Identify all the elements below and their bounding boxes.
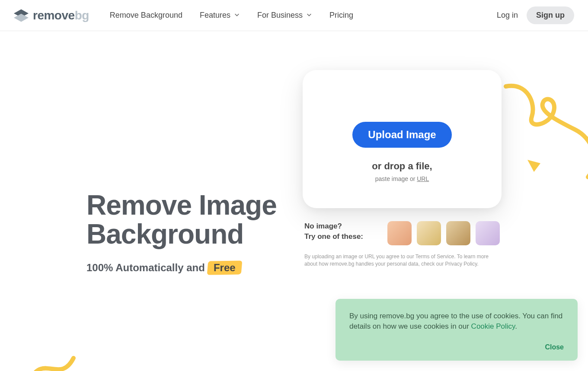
nav-features-label: Features bbox=[200, 11, 230, 20]
no-image-prompt: No image? Try one of these: bbox=[304, 221, 363, 242]
hero-text: Remove Image Background 100% Automatical… bbox=[86, 113, 303, 275]
title-line2: Background bbox=[86, 219, 243, 250]
title-line1: Remove Image bbox=[86, 190, 277, 221]
brand-logo[interactable]: removebg bbox=[14, 9, 89, 22]
auth-area: Log in Sign up bbox=[497, 6, 574, 24]
hero-section: Remove Image Background 100% Automatical… bbox=[0, 113, 588, 275]
hero-upload: Upload Image or drop a file, paste image… bbox=[303, 113, 502, 275]
paste-hint: paste image or URL bbox=[320, 175, 484, 182]
cookie-banner: By using remove.bg you agree to the use … bbox=[336, 299, 578, 361]
decorative-squiggle-bottom bbox=[26, 349, 78, 371]
nav-pricing[interactable]: Pricing bbox=[329, 11, 353, 20]
nav-for-business[interactable]: For Business bbox=[257, 11, 312, 20]
noimage-line2: Try one of these: bbox=[304, 232, 363, 241]
upload-card[interactable]: Upload Image or drop a file, paste image… bbox=[303, 70, 502, 208]
free-badge: Free bbox=[208, 261, 242, 275]
page-title: Remove Image Background bbox=[86, 191, 303, 249]
noimage-line1: No image? bbox=[304, 222, 342, 230]
hero-subhead: 100% Automatically and Free bbox=[86, 261, 303, 275]
paste-url-link[interactable]: URL bbox=[417, 175, 429, 182]
cookie-close-button[interactable]: Close bbox=[545, 343, 564, 351]
chevron-down-icon bbox=[234, 11, 240, 20]
chevron-down-icon bbox=[306, 11, 312, 20]
drop-file-text: or drop a file, bbox=[320, 161, 484, 172]
cookie-policy-link[interactable]: Cookie Policy bbox=[471, 322, 515, 330]
cookie-text-suffix: . bbox=[515, 322, 517, 330]
nav-business-label: For Business bbox=[257, 11, 303, 20]
paste-prefix: paste image or bbox=[375, 175, 417, 182]
cookie-text-prefix: By using remove.bg you agree to the use … bbox=[349, 312, 562, 331]
sample-thumb-4[interactable] bbox=[476, 221, 500, 245]
primary-nav: Remove Background Features For Business … bbox=[110, 11, 497, 20]
upload-disclaimer: By uploading an image or URL you agree t… bbox=[304, 253, 490, 268]
sample-thumbs bbox=[387, 221, 500, 245]
upload-image-button[interactable]: Upload Image bbox=[352, 122, 451, 148]
cookie-text: By using remove.bg you agree to the use … bbox=[349, 311, 564, 332]
below-upload: No image? Try one of these: By uploading… bbox=[303, 221, 502, 268]
brand-suffix: bg bbox=[75, 9, 89, 22]
subhead-prefix: 100% Automatically and bbox=[86, 262, 205, 274]
signup-button[interactable]: Sign up bbox=[527, 6, 574, 24]
nav-features[interactable]: Features bbox=[200, 11, 240, 20]
login-link[interactable]: Log in bbox=[497, 11, 518, 20]
sample-thumb-1[interactable] bbox=[387, 221, 412, 245]
sample-thumb-2[interactable] bbox=[417, 221, 441, 245]
brand-main: remove bbox=[33, 9, 75, 22]
sample-thumb-3[interactable] bbox=[446, 221, 470, 245]
site-header: removebg Remove Background Features For … bbox=[0, 0, 588, 31]
nav-remove-background[interactable]: Remove Background bbox=[110, 11, 182, 20]
logo-stack-icon bbox=[14, 9, 29, 22]
svg-marker-1 bbox=[14, 13, 29, 22]
brand-text: removebg bbox=[33, 9, 89, 22]
